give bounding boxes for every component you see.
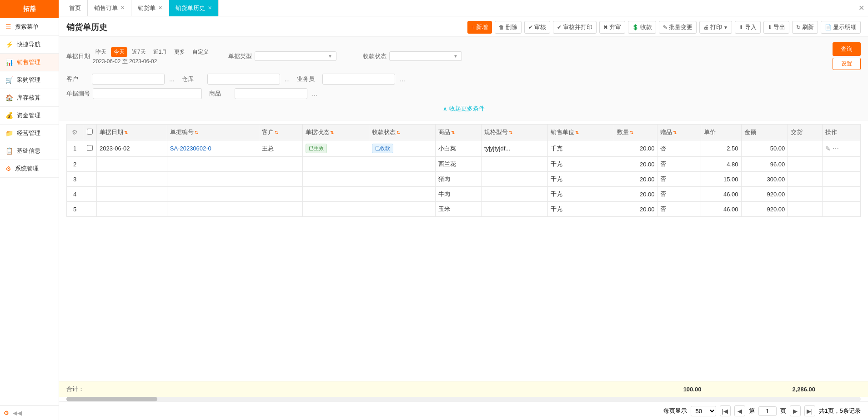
batch-change-button[interactable]: ✎ 批量变更 (659, 21, 697, 34)
sidebar-settings-icon[interactable]: ⚙ (4, 410, 9, 416)
sidebar-item-quick-nav[interactable]: ⚡ 快捷导航 (0, 36, 59, 54)
cell-doc-date (97, 172, 167, 187)
goods-more-icon[interactable]: ... (312, 90, 317, 97)
select-all-checkbox[interactable] (87, 129, 93, 135)
import-button[interactable]: ⬆ 导入 (735, 21, 761, 34)
page-size-select[interactable]: 50 100 200 (691, 406, 716, 416)
print-button[interactable]: 🖨 打印 ▼ (699, 21, 732, 34)
cell-check[interactable] (83, 140, 97, 157)
col-customer[interactable]: 客户 ⇅ (259, 125, 302, 140)
doc-no-input[interactable] (93, 88, 202, 99)
export-icon: ⬇ (768, 24, 772, 30)
cell-check[interactable] (83, 202, 97, 217)
sidebar-collapse-icon[interactable]: ◀◀ (13, 410, 22, 416)
audit-print-button[interactable]: ✔ 审核并打印 (553, 21, 597, 34)
salesperson-input[interactable] (322, 74, 395, 85)
date-option-more[interactable]: 更多 (171, 47, 188, 57)
date-option-7days[interactable]: 近7天 (129, 47, 149, 57)
last-page-button[interactable]: ▶| (804, 405, 815, 416)
cell-unit-price: 2.50 (701, 140, 741, 157)
first-page-button[interactable]: |◀ (720, 405, 731, 416)
prev-page-button[interactable]: ◀ (734, 405, 745, 416)
col-unit[interactable]: 销售单位 ⇅ (548, 125, 614, 140)
edit-action-icon[interactable]: ✎ (825, 145, 831, 152)
cell-doc-no[interactable] (167, 202, 259, 217)
cell-spec (482, 187, 548, 202)
salesperson-more-icon[interactable]: ... (400, 75, 405, 83)
tab-close-sales-delivery[interactable]: ✕ (158, 5, 162, 11)
row-checkbox[interactable] (87, 145, 93, 151)
col-collect-status[interactable]: 收款状态 ⇅ (369, 125, 435, 140)
purchase-mgmt-icon: 🛒 (5, 76, 13, 84)
horizontal-scrollbar[interactable] (66, 397, 861, 401)
sidebar-item-inventory[interactable]: 🏠 库存核算 (0, 89, 59, 107)
tab-close-sales-order[interactable]: ✕ (120, 5, 125, 11)
export-button[interactable]: ⬇ 导出 (763, 21, 789, 34)
delete-button[interactable]: 🗑 删除 (495, 21, 522, 34)
collect-status-select[interactable]: ▼ (389, 51, 462, 61)
cell-customer (259, 157, 302, 172)
more-action-icon[interactable]: ⋯ (833, 145, 839, 152)
customer-input[interactable] (92, 74, 165, 85)
tab-close-sales-history[interactable]: ✕ (208, 5, 212, 11)
date-label: 单据日期 (66, 52, 90, 60)
tab-sales-order[interactable]: 销售订单 ✕ (88, 0, 131, 16)
table-row: 1 2023-06-02 SA-20230602-0 王总 已生效 已收款 小白… (67, 140, 861, 157)
warehouse-input[interactable] (207, 74, 280, 85)
sidebar-item-operations[interactable]: 📁 经营管理 (0, 125, 59, 142)
collapse-button[interactable]: ∧ 收起更多条件 (66, 103, 861, 115)
date-option-custom[interactable]: 自定义 (190, 47, 211, 57)
col-doc-status[interactable]: 单据状态 ⇅ (302, 125, 369, 140)
scrollbar-thumb[interactable] (66, 397, 157, 401)
total-info: 共1页，5条记录 (819, 407, 861, 415)
close-all-tabs[interactable]: ✕ (858, 4, 864, 12)
audit-button[interactable]: ✔ 审核 (524, 21, 550, 34)
doc-type-select[interactable]: ▼ (255, 51, 336, 61)
col-doc-date[interactable]: 单据日期 ⇅ (97, 125, 167, 140)
sidebar-item-purchase-mgmt[interactable]: 🛒 采购管理 (0, 71, 59, 89)
cell-goods: 西兰花 (435, 157, 481, 172)
sidebar-item-search-menu[interactable]: ☰ 搜索菜单 (0, 18, 59, 36)
sidebar-item-basic-info[interactable]: 📋 基础信息 (0, 142, 59, 160)
show-detail-button[interactable]: 📄 显示明细 (821, 21, 861, 34)
page-header: 销货单历史 + 新增 🗑 删除 ✔ 审核 ✔ 审核并打印 (59, 16, 868, 37)
new-button[interactable]: + 新增 (467, 21, 492, 34)
cell-check[interactable] (83, 157, 97, 172)
cell-doc-date: 2023-06-02 (97, 140, 167, 157)
refresh-button[interactable]: ↻ 刷新 (792, 21, 818, 34)
customer-more-icon[interactable]: ... (169, 75, 175, 83)
collect-button[interactable]: 💲 收款 (628, 21, 656, 34)
col-goods[interactable]: 商品 ⇅ (435, 125, 481, 140)
tab-home[interactable]: 首页 (63, 0, 88, 16)
next-page-button[interactable]: ▶ (790, 405, 801, 416)
sidebar-item-sales-mgmt[interactable]: 📊 销售管理 (0, 54, 59, 71)
cell-doc-no[interactable] (167, 187, 259, 202)
goods-input[interactable] (235, 88, 307, 99)
col-gift[interactable]: 赠品 ⇅ (657, 125, 701, 140)
cell-check[interactable] (83, 172, 97, 187)
page-title: 销货单历史 (66, 22, 107, 33)
date-option-1month[interactable]: 近1月 (151, 47, 170, 57)
query-button[interactable]: 查询 (833, 42, 861, 56)
col-doc-no[interactable]: 单据编号 ⇅ (167, 125, 259, 140)
setting-button[interactable]: 设置 (833, 58, 861, 70)
cell-doc-no[interactable] (167, 172, 259, 187)
page-number-input[interactable] (758, 406, 777, 416)
col-qty[interactable]: 数量 ⇅ (614, 125, 657, 140)
footer-label: 合计： (66, 385, 94, 393)
cell-check[interactable] (83, 187, 97, 202)
date-option-today[interactable]: 今天 (111, 47, 127, 57)
date-option-yesterday[interactable]: 昨天 (93, 47, 109, 57)
col-spec[interactable]: 规格型号 ⇅ (482, 125, 548, 140)
abandon-button[interactable]: ✖ 弃审 (599, 21, 625, 34)
cell-goods: 玉米 (435, 202, 481, 217)
sidebar-item-finance[interactable]: 💰 资金管理 (0, 107, 59, 125)
cell-doc-no[interactable]: SA-20230602-0 (167, 140, 259, 157)
tab-sales-delivery[interactable]: 销货单 ✕ (131, 0, 169, 16)
cell-doc-no[interactable] (167, 157, 259, 172)
sidebar-item-system[interactable]: ⚙ 系统管理 (0, 160, 59, 178)
tab-sales-history[interactable]: 销货单历史 ✕ (169, 0, 219, 16)
col-settings[interactable]: ⚙ (67, 125, 83, 140)
abandon-icon: ✖ (603, 24, 608, 30)
warehouse-more-icon[interactable]: ... (285, 75, 290, 83)
